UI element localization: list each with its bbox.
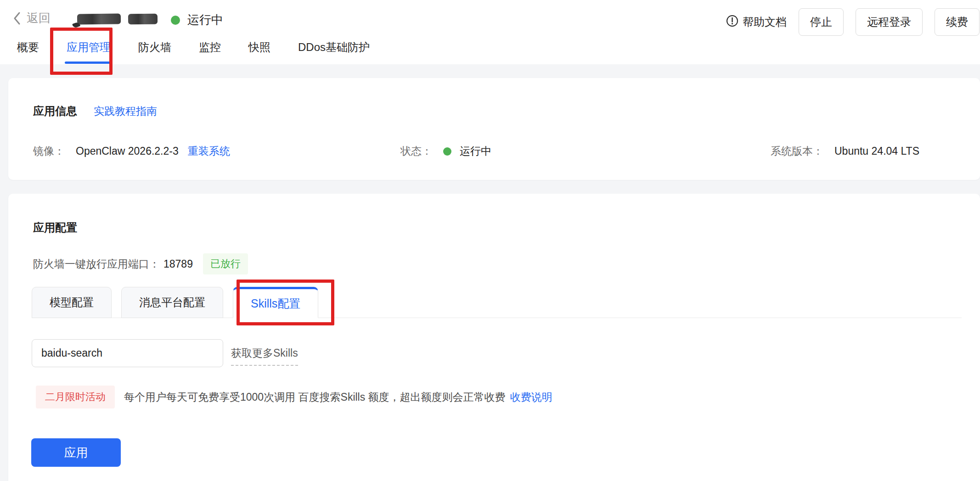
app-info-title-row: 应用信息 实践教程指南 bbox=[33, 104, 157, 118]
promo-row: 二月限时活动 每个用户每天可免费享受1000次调用 百度搜索Skills 额度，… bbox=[36, 386, 552, 408]
config-tabs: 模型配置 消息平台配置 Skills配置 bbox=[32, 286, 962, 318]
back-label: 返回 bbox=[27, 10, 51, 26]
tab-message-platform-config[interactable]: 消息平台配置 bbox=[121, 287, 223, 318]
status-info: 状态： 运行中 bbox=[400, 144, 491, 158]
os-value: Ubuntu 24.04 LTS bbox=[834, 145, 919, 157]
apply-button[interactable]: 应用 bbox=[31, 438, 121, 467]
app-config-card: 应用配置 防火墙一键放行应用端口： 18789 已放行 模型配置 消息平台配置 … bbox=[8, 194, 980, 481]
page-nav-tabs: 概要 应用管理 防火墙 监控 快照 DDos基础防护 bbox=[17, 40, 370, 64]
nav-tab-firewall[interactable]: 防火墙 bbox=[138, 40, 171, 64]
chevron-left-icon bbox=[13, 11, 21, 25]
os-info: 系统版本： Ubuntu 24.04 LTS bbox=[771, 144, 919, 158]
renew-button[interactable]: 续费 bbox=[935, 8, 980, 36]
status-label: 状态： bbox=[400, 144, 432, 158]
status-text: 运行中 bbox=[187, 12, 223, 28]
redaction-blob bbox=[128, 14, 158, 25]
nav-tab-snapshot[interactable]: 快照 bbox=[248, 40, 270, 64]
nav-tab-monitoring[interactable]: 监控 bbox=[199, 40, 221, 64]
help-docs-link[interactable]: 帮助文档 bbox=[726, 15, 787, 30]
nav-tab-overview[interactable]: 概要 bbox=[17, 40, 39, 64]
status-value: 运行中 bbox=[460, 144, 491, 158]
tutorial-guide-link[interactable]: 实践教程指南 bbox=[94, 104, 157, 118]
nav-tab-ddos[interactable]: DDos基础防护 bbox=[298, 40, 370, 64]
server-status: 运行中 bbox=[171, 12, 223, 28]
os-label: 系统版本： bbox=[771, 144, 823, 158]
reinstall-system-link[interactable]: 重装系统 bbox=[188, 144, 230, 158]
app-info-card: 应用信息 实践教程指南 镜像： OpenClaw 2026.2.2-3 重装系统… bbox=[8, 78, 980, 180]
port-released-badge: 已放行 bbox=[203, 253, 248, 274]
get-more-skills-link[interactable]: 获取更多Skills bbox=[231, 346, 298, 366]
status-dot-icon bbox=[171, 16, 180, 25]
fee-description-link[interactable]: 收费说明 bbox=[510, 390, 552, 404]
redaction-blob bbox=[77, 14, 121, 25]
stop-button[interactable]: 停止 bbox=[799, 8, 844, 36]
app-config-title: 应用配置 bbox=[33, 220, 77, 235]
back-button[interactable]: 返回 bbox=[13, 10, 51, 26]
firewall-port-row: 防火墙一键放行应用端口： 18789 已放行 bbox=[33, 254, 248, 274]
app-info-title: 应用信息 bbox=[33, 104, 77, 118]
nav-tab-app-management[interactable]: 应用管理 bbox=[67, 40, 111, 64]
help-docs-label: 帮助文档 bbox=[743, 15, 787, 29]
page-header: 返回 运行中 帮助文档 停止 远程登录 续费 概要 应用管理 防火墙 监控 快照… bbox=[0, 0, 980, 64]
port-label: 防火墙一键放行应用端口： bbox=[33, 257, 160, 271]
header-actions: 帮助文档 停止 远程登录 续费 bbox=[726, 8, 980, 36]
status-dot-icon bbox=[443, 147, 451, 156]
remote-login-button[interactable]: 远程登录 bbox=[856, 8, 923, 36]
port-value: 18789 bbox=[163, 258, 193, 270]
tab-model-config[interactable]: 模型配置 bbox=[32, 287, 112, 318]
skill-input[interactable] bbox=[32, 339, 223, 367]
redacted-server-name bbox=[77, 14, 158, 24]
image-value: OpenClaw 2026.2.2-3 bbox=[76, 145, 179, 157]
image-info: 镜像： OpenClaw 2026.2.2-3 重装系统 bbox=[33, 144, 230, 158]
promo-badge: 二月限时活动 bbox=[36, 386, 115, 408]
image-label: 镜像： bbox=[33, 144, 65, 158]
info-circle-icon bbox=[726, 15, 738, 30]
tab-skills-config[interactable]: Skills配置 bbox=[233, 287, 318, 318]
promo-text: 每个用户每天可免费享受1000次调用 百度搜索Skills 额度，超出额度则会正… bbox=[124, 390, 506, 404]
